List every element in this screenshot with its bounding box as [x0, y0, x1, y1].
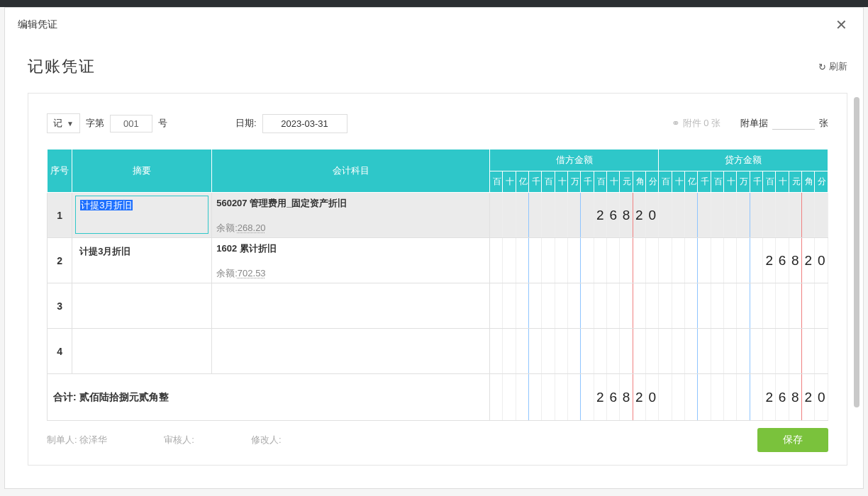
app-topbar	[0, 0, 868, 7]
